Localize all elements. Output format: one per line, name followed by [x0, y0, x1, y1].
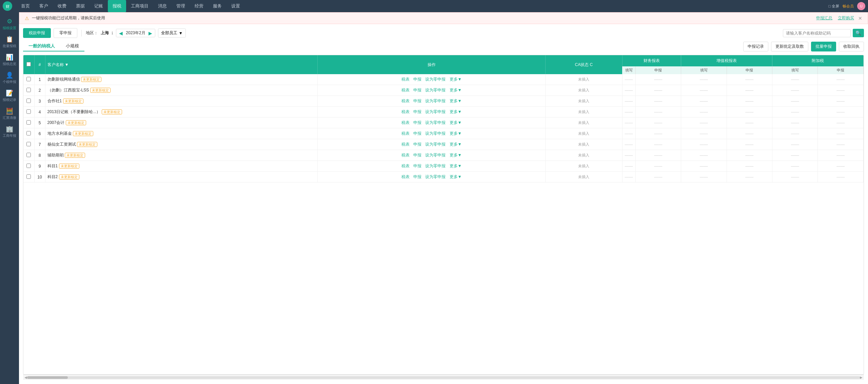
row-actions: 税表 申报 设为零申报 更多▼: [318, 118, 546, 128]
action-more[interactable]: 更多▼: [450, 131, 462, 136]
nav-fee[interactable]: 收费: [53, 0, 71, 12]
banner-link-buy[interactable]: 立即购买: [838, 15, 854, 21]
action-declare[interactable]: 申报: [413, 153, 421, 157]
row-checkbox[interactable]: [26, 164, 31, 168]
action-zero-declare[interactable]: 设为零申报: [425, 131, 446, 136]
sidebar-item-personal-tax[interactable]: 👤 个税申报: [0, 69, 19, 87]
scroll-track[interactable]: [27, 376, 860, 379]
nav-invoice[interactable]: 票据: [71, 0, 90, 12]
nav-operation[interactable]: 经营: [190, 0, 208, 12]
scroll-right-arrow[interactable]: ▶: [860, 376, 863, 379]
nav-bookkeeping[interactable]: 记账: [90, 0, 108, 12]
action-zero-declare[interactable]: 设为零申报: [425, 109, 446, 114]
nav-business[interactable]: 工商项目: [126, 0, 153, 12]
action-zero-declare[interactable]: 设为零申报: [425, 88, 446, 92]
nav-message[interactable]: 消息: [153, 0, 172, 12]
sidebar-item-tax-records[interactable]: 📝 报税记录: [0, 87, 19, 105]
fullscreen-btn[interactable]: □ 全屏: [828, 4, 839, 9]
nav-service[interactable]: 服务: [208, 0, 226, 12]
row-vat-declare: ——: [727, 139, 772, 150]
action-taxform[interactable]: 税表: [401, 99, 410, 103]
banner-link-report[interactable]: 申报汇总: [816, 15, 832, 21]
action-more[interactable]: 更多▼: [450, 174, 462, 179]
search-input[interactable]: [783, 29, 851, 37]
action-taxform[interactable]: 税表: [401, 164, 410, 168]
action-taxform[interactable]: 税表: [401, 142, 410, 147]
horizontal-scrollbar[interactable]: ◀ ▶: [23, 375, 864, 380]
row-checkbox[interactable]: [26, 142, 31, 146]
row-checkbox[interactable]: [26, 109, 31, 114]
scroll-left-arrow[interactable]: ◀: [24, 376, 27, 379]
type-tab-small[interactable]: 小规模: [60, 41, 84, 51]
action-more[interactable]: 更多▼: [450, 153, 462, 157]
row-checkbox[interactable]: [26, 99, 31, 103]
action-taxform[interactable]: 税表: [401, 109, 410, 114]
action-declare[interactable]: 申报: [413, 99, 421, 103]
action-zero-declare[interactable]: 设为零申报: [425, 120, 446, 125]
action-more[interactable]: 更多▼: [450, 109, 462, 114]
action-declare[interactable]: 申报: [413, 142, 421, 147]
select-all-checkbox[interactable]: [26, 62, 31, 66]
nav-tax[interactable]: 报税: [108, 0, 126, 12]
action-more[interactable]: 更多▼: [450, 77, 462, 82]
search-button[interactable]: 🔍: [853, 29, 864, 37]
tab-tax-declare[interactable]: 税款申报: [23, 28, 51, 38]
ca-info-icon[interactable]: C: [590, 62, 593, 67]
nav-client[interactable]: 客户: [35, 0, 53, 12]
date-prev-btn[interactable]: ◀: [119, 30, 123, 36]
date-next-btn[interactable]: ▶: [149, 30, 152, 36]
type-tab-general[interactable]: 一般的纳税人: [23, 41, 60, 51]
action-taxform[interactable]: 税表: [401, 88, 410, 92]
declare-record-btn[interactable]: 申报记录: [743, 42, 768, 51]
action-more[interactable]: 更多▼: [450, 88, 462, 92]
action-more[interactable]: 更多▼: [450, 164, 462, 168]
sidebar-item-tax-overview[interactable]: 📊 报税总览: [0, 51, 19, 69]
action-zero-declare[interactable]: 设为零申报: [425, 99, 446, 103]
sidebar-item-tax-settings[interactable]: ⚙ 报税设置: [0, 15, 19, 33]
action-declare[interactable]: 申报: [413, 131, 421, 136]
region-info-icon[interactable]: ℹ: [112, 31, 113, 36]
withdraw-btn[interactable]: 收取回执: [839, 42, 864, 51]
batch-declare-btn[interactable]: 批量申报: [811, 42, 836, 51]
action-taxform[interactable]: 税表: [401, 174, 410, 179]
action-zero-declare[interactable]: 设为零申报: [425, 77, 446, 82]
nav-settings[interactable]: 设置: [226, 0, 245, 12]
action-zero-declare[interactable]: 设为零申报: [425, 164, 446, 168]
action-zero-declare[interactable]: 设为零申报: [425, 153, 446, 157]
tab-zero-declare[interactable]: 零申报: [54, 28, 77, 38]
staff-dropdown[interactable]: 全部员工 ▼: [158, 28, 186, 38]
action-taxform[interactable]: 税表: [401, 153, 410, 157]
sidebar-item-batch-tax[interactable]: 📋 批量报税: [0, 33, 19, 51]
action-declare[interactable]: 申报: [413, 88, 421, 92]
action-declare[interactable]: 申报: [413, 174, 421, 179]
action-taxform[interactable]: 税表: [401, 131, 410, 136]
action-more[interactable]: 更多▼: [450, 120, 462, 125]
sidebar-item-calc-clear[interactable]: 🧮 汇算清缴: [0, 105, 19, 123]
action-declare[interactable]: 申报: [413, 77, 421, 82]
row-checkbox[interactable]: [26, 120, 31, 125]
row-vat-fill: ——: [681, 107, 727, 118]
action-more[interactable]: 更多▼: [450, 142, 462, 147]
update-stats-btn[interactable]: 更新统定及取数: [771, 42, 808, 51]
nav-home[interactable]: 首页: [16, 0, 35, 12]
banner-close-btn[interactable]: ✕: [858, 16, 862, 21]
action-more[interactable]: 更多▼: [450, 99, 462, 103]
row-checkbox[interactable]: [26, 131, 31, 135]
action-taxform[interactable]: 税表: [401, 120, 410, 125]
nav-manage[interactable]: 管理: [172, 0, 190, 12]
action-zero-declare[interactable]: 设为零申报: [425, 174, 446, 179]
row-checkbox[interactable]: [26, 88, 31, 92]
row-checkbox[interactable]: [26, 153, 31, 157]
vip-btn[interactable]: 畅会员: [843, 4, 854, 9]
action-declare[interactable]: 申报: [413, 164, 421, 168]
action-taxform[interactable]: 税表: [401, 77, 410, 82]
row-checkbox[interactable]: [26, 174, 31, 179]
sort-icon[interactable]: ▼: [65, 62, 69, 67]
action-declare[interactable]: 申报: [413, 109, 421, 114]
scroll-thumb[interactable]: [27, 376, 68, 379]
action-declare[interactable]: 申报: [413, 120, 421, 125]
sidebar-item-business-report[interactable]: 🏢 工商年报: [0, 123, 19, 141]
row-index: 10: [34, 172, 45, 183]
action-zero-declare[interactable]: 设为零申报: [425, 142, 446, 147]
row-checkbox[interactable]: [26, 77, 31, 81]
